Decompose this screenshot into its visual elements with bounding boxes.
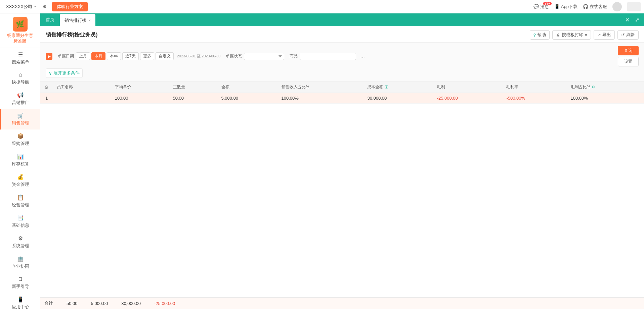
phone-icon: 📱 [554,4,560,9]
date-label: 单据日期 [58,53,74,59]
table-row: 1100.0050.005,000.00100.00%30,000.00-25,… [40,93,644,104]
export-icon: ↗ [597,33,601,38]
content-area: 首页 销售排行榜 × ✕ ⤢ 销售排行榜(按业务员) ? 帮助 [40,13,644,309]
col-avg-price: 平均单价 [111,82,169,93]
sidebar-item-app-center[interactable]: 📱 应用中心 [0,293,40,309]
avatar[interactable] [612,2,622,11]
base-info-icon: 📑 [17,215,24,221]
print-icon: 🖨 [556,33,560,38]
date-filter: 单据日期 上月 本月 本年 近7天 更多 自定义 2023-06-01 至 20… [58,52,220,60]
sidebar-item-marketing[interactable]: 📢 营销推广 [0,89,40,109]
settings-icon[interactable]: ⚙ [40,2,49,11]
sidebar-label-operations: 经营管理 [12,202,29,208]
status-select[interactable] [244,53,284,60]
sidebar-item-finance[interactable]: 💰 资金管理 [0,170,40,191]
help-button[interactable]: ? 帮助 [530,30,550,40]
tab-home[interactable]: 首页 [40,13,60,26]
tab-sales-ranking[interactable]: 销售排行榜 × [60,14,95,27]
sidebar-item-sales[interactable]: 🛒 销售管理 [0,109,40,130]
company-name: XXXXXX公司 [6,4,32,10]
column-settings-icon[interactable]: ⚙ [44,85,49,90]
table-header-row: ⚙ 员工名称 平均单价 主数量 全额 销售收入占比% 成本全额 ⓘ 毛利 毛利率 [40,82,644,93]
sidebar-item-guide[interactable]: 🗒 新手引导 [0,273,40,293]
sidebar-item-enterprise[interactable]: 🏢 企业协同 [0,252,40,273]
sidebar-item-purchase[interactable]: 📦 采购管理 [0,130,40,150]
app-label: App下载 [561,4,577,10]
cell-rank: 1 [40,93,53,104]
page-actions: ? 帮助 🖨 按模板打印 ▾ ↗ 导出 ↺ 刷新 [530,30,639,40]
top-bar-right: 💬 消息 99+ 📱 App下载 🎧 在线客服 [533,2,641,11]
sidebar-item-operations[interactable]: 📋 经营管理 [0,191,40,211]
sidebar-label-guide: 新手引导 [12,284,29,290]
system-icon: ⚙ [18,235,23,242]
date-range-display: 2023-06-01 至 2023-06-30 [177,54,221,59]
operations-icon: 📋 [17,194,24,201]
sidebar-logo: 🌿 畅康通好生意 标准版 [0,13,40,48]
export-button[interactable]: ↗ 导出 [594,30,615,40]
expand-row-toggle[interactable]: ▶ [46,53,52,60]
expand-more-bar: ∨ 展开更多条件 [46,68,639,78]
date-btn-more[interactable]: 更多 [140,52,154,60]
logo-text: 畅康通好生意 标准版 [7,33,33,44]
goods-input[interactable] [300,53,356,60]
message-button[interactable]: 💬 消息 99+ [533,4,549,10]
search-menu-icon: ☰ [18,51,23,58]
sidebar-label-quick-nav: 快捷导航 [12,79,29,85]
sidebar-label-purchase: 采购管理 [12,141,29,147]
chevron-down-expand-icon: ∨ [49,71,52,76]
sidebar: 🌿 畅康通好生意 标准版 ☰ 搜索菜单 ⌂ 快捷导航 📢 营销推广 🛒 销售管理… [0,13,40,309]
sidebar-label-finance: 资金管理 [12,182,29,188]
finance-icon: 💰 [17,174,24,180]
sidebar-label-enterprise: 企业协同 [12,263,29,269]
page-title: 销售排行榜(按业务员) [46,32,98,39]
query-button[interactable]: 查询 [618,46,639,55]
cell-main-qty: 50.00 [169,93,217,104]
refresh-button[interactable]: ↺ 刷新 [617,30,639,40]
user-name-placeholder [627,2,641,11]
date-btn-last-month[interactable]: 上月 [76,52,90,60]
sidebar-label-search: 搜索菜单 [12,59,29,65]
col-sales-pct: 销售收入占比% [277,82,363,93]
footer-gross: -25,000.00 [154,301,175,306]
expand-more-button[interactable]: ∨ 展开更多条件 [46,68,83,78]
sidebar-label-sales: 销售管理 [12,120,29,126]
goods-more-icon[interactable]: … [358,53,367,60]
sidebar-item-search[interactable]: ☰ 搜索菜单 [0,48,40,68]
print-button[interactable]: 🖨 按模板打印 ▾ [552,30,591,40]
tab-bar: 首页 销售排行榜 × ✕ ⤢ [40,13,644,26]
date-btn-7days[interactable]: 近7天 [122,52,139,60]
window-close-icon[interactable]: ✕ [624,15,631,24]
date-btn-custom[interactable]: 自定义 [156,52,174,60]
sidebar-item-inventory[interactable]: 📊 库存核算 [0,150,40,170]
sidebar-label-base-info: 基础信息 [12,222,29,228]
trial-button[interactable]: 体验行业方案 [52,2,88,11]
chevron-down-icon: ▾ [34,5,36,8]
window-maximize-icon[interactable]: ⤢ [634,15,641,24]
cell-cost: 30,000.00 [363,93,433,104]
goods-filter: 商品 … [290,53,367,60]
filter-row-1: ▶ 单据日期 上月 本月 本年 近7天 更多 自定义 2023-06-01 至 … [46,46,639,66]
cell-gross-rate: -500.00% [502,93,566,104]
filter-settings-button[interactable]: 设置 [618,57,639,66]
cell-gross: -25,000.00 [433,93,503,104]
print-chevron-icon: ▾ [585,33,587,38]
col-settings[interactable]: ⚙ [40,82,53,93]
sidebar-item-quick-nav[interactable]: ⌂ 快捷导航 [0,68,40,89]
online-service-button[interactable]: 🎧 在线客服 [583,4,607,10]
date-btn-this-month[interactable]: 本月 [91,52,105,60]
headset-icon: 🎧 [583,4,588,9]
status-label: 单据状态 [226,53,242,59]
data-table: ⚙ 员工名称 平均单价 主数量 全额 销售收入占比% 成本全额 ⓘ 毛利 毛利率 [40,82,644,104]
sidebar-item-system[interactable]: ⚙ 系统管理 [0,232,40,252]
tab-close-icon[interactable]: × [88,18,91,23]
tab-bar-right: ✕ ⤢ [624,15,644,24]
date-btn-this-year[interactable]: 本年 [107,52,121,60]
page-header: 销售排行榜(按业务员) ? 帮助 🖨 按模板打印 ▾ ↗ 导出 [40,26,644,43]
guide-icon: 🗒 [18,276,23,282]
sidebar-item-base-info[interactable]: 📑 基础信息 [0,211,40,232]
footer-main-qty: 50.00 [67,301,78,306]
company-selector[interactable]: XXXXXX公司 ▾ [3,2,39,11]
logo-image: 🌿 [13,17,28,32]
footer-amount: 5,000.00 [91,301,108,306]
app-download-button[interactable]: 📱 App下载 [554,4,577,10]
